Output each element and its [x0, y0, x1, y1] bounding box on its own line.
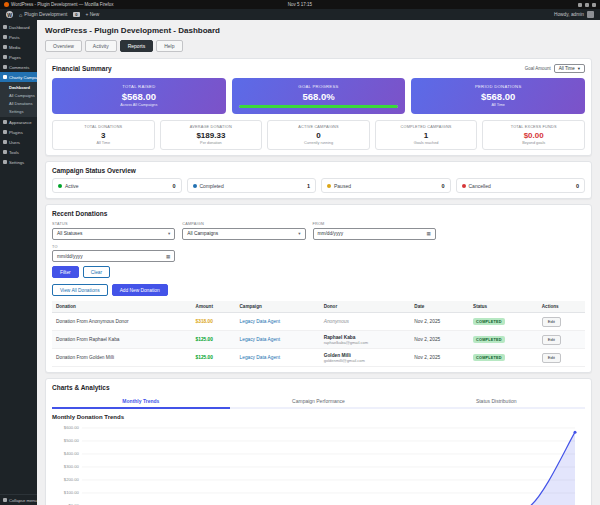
chevron-down-icon: ▾	[168, 231, 170, 236]
sidebar-item-plugins[interactable]: Plugins	[0, 127, 37, 137]
browser-icon	[4, 2, 9, 7]
new-menu[interactable]: + New	[86, 12, 100, 17]
wordpress-logo-icon[interactable]	[6, 11, 13, 18]
pages-icon	[3, 55, 7, 59]
table-header-row: DonationAmountCampaignDonorDateStatusAct…	[52, 301, 585, 313]
clear-button[interactable]: Clear	[83, 266, 110, 278]
sidebar-subitem-all-campaigns[interactable]: All Campaigns	[0, 91, 37, 99]
sidebar-menu: Dashboard Posts Media Pages Comments Cha…	[0, 22, 37, 494]
stat-completed-campaigns: Completed Campaigns 1 Goals reached	[375, 120, 478, 150]
tab-help[interactable]: Help	[156, 40, 182, 52]
sidebar-item-settings[interactable]: Settings	[0, 157, 37, 167]
tab-reports[interactable]: Reports	[120, 40, 154, 52]
campaign-link[interactable]: Legacy Data Agent	[240, 355, 281, 360]
donations-table: DonationAmountCampaignDonorDateStatusAct…	[52, 301, 585, 367]
filter-from-input[interactable]: mm/dd/yyyy ▦	[313, 228, 436, 240]
comments-menu[interactable]: 0	[73, 12, 79, 17]
sidebar-subitem-dashboard[interactable]: Dashboard	[0, 83, 37, 91]
sidebar-item-tools[interactable]: Tools	[0, 147, 37, 157]
sidebar-item-posts[interactable]: Posts	[0, 32, 37, 42]
collapse-label: Collapse menu	[9, 498, 37, 503]
tab-activity[interactable]: Activity	[85, 40, 117, 52]
add-new-donation-button[interactable]: Add New Donation	[112, 284, 168, 296]
charts-analytics-card: Charts & Analytics Monthly TrendsCampaig…	[45, 378, 592, 505]
sidebar-item-users[interactable]: Users	[0, 137, 37, 147]
posts-icon	[3, 35, 7, 39]
site-name: Plugin Development	[24, 12, 67, 17]
campaign-link[interactable]: Legacy Data Agent	[240, 337, 281, 342]
account-menu[interactable]: Howdy, admin	[554, 11, 594, 18]
power-icon	[592, 3, 596, 7]
donor-email: goldenmilli@gmail.com	[324, 358, 407, 363]
tab-overview[interactable]: Overview	[45, 40, 82, 52]
goal-amount-filter: Goal Amount All Time	[525, 64, 585, 73]
admin-main: Dashboard Posts Media Pages Comments Cha…	[0, 20, 600, 505]
filter-campaign: Campaign All Campaigns ▾	[182, 222, 305, 240]
plugins-icon	[3, 130, 7, 134]
column-donor: Donor	[320, 301, 411, 313]
sidebar-item-charity-campaigns[interactable]: Charity Campaigns	[0, 72, 37, 82]
status-dot-icon	[327, 184, 331, 188]
chart-tabs: Monthly TrendsCampaign PerformanceStatus…	[52, 395, 585, 409]
column-donation: Donation	[52, 301, 192, 313]
donation-row: Donation From Golden Milli $125.00 Legac…	[52, 349, 585, 367]
sidebar-item-media[interactable]: Media	[0, 42, 37, 52]
donation-amount: $125.00	[192, 349, 236, 367]
filter-button[interactable]: Filter	[52, 266, 79, 278]
summary-cards-row: Total Raised $568.00 Across All Campaign…	[52, 78, 585, 114]
svg-text:$500.00: $500.00	[64, 438, 80, 443]
stats-row: Total Donations 3 All Time Average Donat…	[52, 120, 585, 150]
status-active: Active 0	[52, 178, 182, 193]
sidebar-subitem-all-donations[interactable]: All Donations	[0, 99, 37, 107]
stat-total-excess-funds: Total Excess Funds $0.00 Beyond goals	[482, 120, 585, 150]
admin-sidebar: Dashboard Posts Media Pages Comments Cha…	[0, 20, 37, 505]
sidebar-item-pages[interactable]: Pages	[0, 52, 37, 62]
window-title-area: WordPress - Plugin Development — Mozilla…	[4, 2, 113, 7]
filter-status: Status All Statuses ▾	[52, 222, 175, 240]
summary-card-goal-progress: Goal Progress 568.0%	[232, 78, 406, 114]
media-icon	[3, 45, 7, 49]
summary-card-period-donations: Period Donations $568.00 All Time	[411, 78, 585, 114]
new-label: + New	[86, 12, 100, 17]
edit-donation-button[interactable]: Edit	[542, 317, 561, 327]
edit-donation-button[interactable]: Edit	[542, 335, 561, 345]
clock[interactable]: Nov 5 17:15	[288, 2, 312, 7]
status-paused: Paused 0	[321, 178, 451, 193]
status-cancelled: Cancelled 0	[456, 178, 586, 193]
financial-summary-header: Financial Summary Goal Amount All Time	[52, 64, 585, 73]
goal-amount-select[interactable]: All Time	[554, 64, 585, 73]
window-title: WordPress - Plugin Development — Mozilla…	[11, 2, 113, 7]
collapse-menu-button[interactable]: Collapse menu	[0, 494, 37, 505]
recent-donations-card: Recent Donations Status All Statuses ▾ C…	[45, 204, 592, 373]
filter-campaign-select[interactable]: All Campaigns ▾	[182, 228, 305, 240]
view-all-donations-button[interactable]: View All Donations	[52, 284, 108, 296]
edit-donation-button[interactable]: Edit	[542, 353, 561, 363]
chart-tab-status-distribution[interactable]: Status Distribution	[407, 395, 585, 407]
goal-amount-label: Goal Amount	[525, 66, 551, 71]
home-icon	[19, 12, 22, 18]
filter-buttons-row: Filter Clear	[52, 266, 585, 278]
site-menu[interactable]: Plugin Development	[19, 12, 67, 18]
sidebar-item-appearance[interactable]: Appearance	[0, 117, 37, 127]
svg-text:$100.00: $100.00	[64, 490, 80, 495]
stat-total-donations: Total Donations 3 All Time	[52, 120, 155, 150]
stat-active-campaigns: Active Campaigns 0 Currently running	[267, 120, 370, 150]
collapse-icon	[3, 498, 7, 502]
volume-icon	[585, 3, 589, 7]
sidebar-subitem-settings[interactable]: Settings	[0, 107, 37, 115]
dashboard-content: WordPress - Plugin Development - Dashboa…	[37, 20, 600, 505]
column-amount: Amount	[192, 301, 236, 313]
campaign-link[interactable]: Legacy Data Agent	[240, 319, 281, 324]
os-top-bar: WordPress - Plugin Development — Mozilla…	[0, 0, 600, 9]
sidebar-item-dashboard[interactable]: Dashboard	[0, 22, 37, 32]
sidebar-submenu: DashboardAll CampaignsAll DonationsSetti…	[0, 82, 37, 117]
donation-row: Donation From Anonymous Donor $318.00 Le…	[52, 313, 585, 331]
chart-tab-monthly-trends[interactable]: Monthly Trends	[52, 395, 230, 407]
chart-tab-campaign-performance[interactable]: Campaign Performance	[230, 395, 408, 407]
column-actions: Actions	[538, 301, 585, 313]
filter-status-select[interactable]: All Statuses ▾	[52, 228, 175, 240]
network-icon	[578, 3, 582, 7]
filter-to-input[interactable]: mm/dd/yyyy ▦	[52, 250, 175, 262]
sidebar-item-comments[interactable]: Comments	[0, 62, 37, 72]
system-tray[interactable]	[578, 3, 596, 7]
